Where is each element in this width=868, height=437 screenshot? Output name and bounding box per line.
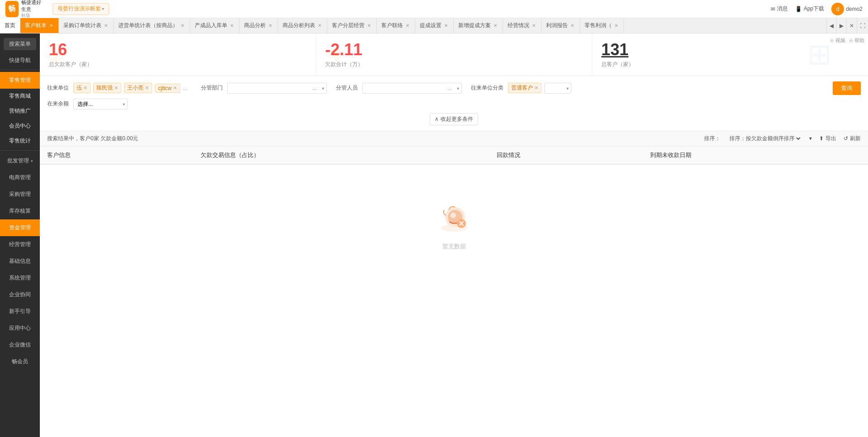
tab-product-analysis[interactable]: 商品分析 ✕ [240, 18, 278, 33]
workspace-selector[interactable]: 母婴行业演示帐套 ▾ [53, 3, 109, 15]
message-btn[interactable]: ✉ 消息 [771, 5, 788, 13]
sidebar-item-new-user-guide[interactable]: 新手引导 [0, 303, 40, 320]
logo-icon: 畅 [5, 1, 19, 17]
filter-tags-more[interactable]: ... [183, 85, 187, 91]
filter-tag-wang[interactable]: 王小亮 ✕ [124, 83, 152, 93]
query-button[interactable]: 查询 [833, 81, 861, 95]
stat-total-debt: ✦ -2.11 欠款合计（万） [316, 33, 592, 76]
tab-home[interactable]: 首页 [0, 18, 20, 33]
tab-close-icon[interactable]: ✕ [366, 23, 372, 28]
video-btn[interactable]: ⊙ 视频 [830, 37, 845, 44]
sidebar-item-system-mgmt[interactable]: 系统管理 [0, 270, 40, 286]
filter-tag-chen-text: 陈民强 [96, 84, 113, 92]
tab-production-in[interactable]: 产成品入库单 ✕ [190, 18, 240, 33]
sidebar-purchase-label: 采购管理 [9, 191, 31, 197]
app-download-label: App下载 [804, 5, 824, 13]
unit-class-tag-close[interactable]: ✕ [534, 85, 538, 91]
tab-purchase-order-stats[interactable]: 采购订单统计表 ✕ [59, 18, 114, 33]
collapse-btn[interactable]: ∧ 收起更多条件 [430, 113, 478, 125]
tab-customer-account-label: 客户账本 [25, 22, 47, 29]
sidebar-item-retail-mall[interactable]: 零售商城 [0, 89, 40, 104]
sort-select[interactable]: 排序：按欠款金额倒序排序 [728, 135, 802, 142]
sidebar-search-btn[interactable]: 搜索菜单 [4, 38, 36, 50]
sidebar-item-ops-mgmt[interactable]: 经营管理 [0, 236, 40, 253]
filter-tag-cjttcw-close[interactable]: ✕ [173, 85, 177, 91]
tab-close-icon[interactable]: ✕ [229, 23, 235, 28]
sort-arrow-icon: ▾ [809, 135, 812, 142]
filter-tag-chen[interactable]: 陈民强 ✕ [93, 83, 121, 93]
filter-tag-wu-close[interactable]: ✕ [83, 85, 87, 91]
filter-unit-class-label: 往来单位分类 [471, 84, 504, 92]
tab-promotion-settings[interactable]: 提成设置 ✕ [415, 18, 454, 33]
filter-tag-chen-close[interactable]: ✕ [114, 85, 118, 91]
filter-unit-class-select[interactable] [544, 83, 571, 94]
app-download-btn[interactable]: 📱 App下载 [795, 5, 824, 13]
tab-close-icon[interactable]: ✕ [48, 23, 54, 28]
tab-customer-account[interactable]: 客户账本 ✕ [20, 18, 59, 33]
tab-business-situation[interactable]: 经营情况 ✕ [503, 18, 542, 33]
stat-total-debtors: ¥ 16 总欠款客户（家） [40, 33, 316, 76]
empty-text: 暂无数据 [442, 242, 466, 251]
col-due-date: 到期未收款日期 [643, 147, 868, 164]
tab-expand-btn[interactable]: ⛶ [857, 18, 868, 33]
tab-customer-contact[interactable]: 客户联络 ✕ [377, 18, 415, 33]
tab-incoming-stats[interactable]: 进货单统计表（按商品） ✕ [114, 18, 190, 33]
export-btn[interactable]: ⬆ 导出 [819, 135, 836, 142]
sidebar-marketing-label: 营销推广 [9, 108, 31, 114]
tab-close-all-btn[interactable]: ✕ [846, 18, 857, 33]
sidebar-item-vip-member[interactable]: 畅会员 [0, 353, 40, 370]
sidebar-ecommerce-label: 电商管理 [9, 174, 31, 180]
filter-balance-select[interactable]: 选择... [73, 99, 128, 109]
tab-close-icon[interactable]: ✕ [493, 23, 498, 28]
filter-row-2: 在来余额 选择... [47, 99, 861, 109]
sidebar-item-member-center[interactable]: 会员中心 [0, 119, 40, 133]
refresh-btn[interactable]: ↺ 刷新 [844, 135, 861, 142]
tab-close-icon[interactable]: ✕ [103, 23, 109, 28]
export-icon: ⬆ [819, 135, 824, 142]
tab-close-icon[interactable]: ✕ [268, 23, 273, 28]
tab-next-btn[interactable]: ▶ [836, 18, 846, 33]
user-menu[interactable]: d demo2 [831, 3, 863, 15]
tab-close-icon[interactable]: ✕ [614, 23, 619, 28]
sidebar-quick-nav[interactable]: 快捷导航 [0, 53, 40, 68]
sidebar-item-app-center[interactable]: 应用中心 [0, 320, 40, 337]
sidebar-item-retail-stats[interactable]: 零售统计 [0, 133, 40, 148]
tab-profit-report[interactable]: 利润报告 ✕ [542, 18, 580, 33]
sidebar-item-wholesale-mgmt[interactable]: 批发管理 [0, 152, 40, 169]
sidebar-item-basic-info[interactable]: 基础信息 [0, 253, 40, 270]
filter-tag-wu[interactable]: 伍 ✕ [73, 83, 91, 93]
sidebar-divider2 [0, 150, 40, 151]
stat-number-2: -2.11 [325, 41, 583, 59]
tab-close-icon[interactable]: ✕ [317, 23, 322, 28]
logo-subtext: 标版 [21, 12, 45, 19]
sidebar-basic-label: 基础信息 [9, 258, 31, 264]
sidebar-retail-stats-label: 零售统计 [9, 138, 31, 144]
tab-close-icon[interactable]: ✕ [531, 23, 537, 28]
sidebar-item-inventory-check[interactable]: 库存核算 [0, 203, 40, 219]
help-btn[interactable]: ⊙ 帮助 [849, 37, 864, 44]
tab-customer-tier[interactable]: 客户分层经营 ✕ [327, 18, 377, 33]
tab-close-icon[interactable]: ✕ [443, 23, 449, 28]
filter-dept-input[interactable] [227, 83, 327, 94]
sidebar-item-ecommerce[interactable]: 电商管理 [0, 169, 40, 186]
tab-retail-profit[interactable]: 零售利润（ ✕ [580, 18, 624, 33]
sidebar-item-enterprise-collab[interactable]: 企业协同 [0, 286, 40, 303]
tab-close-icon[interactable]: ✕ [405, 23, 410, 28]
filter-tag-wang-close[interactable]: ✕ [145, 85, 149, 91]
sidebar-item-marketing[interactable]: 营销推广 [0, 104, 40, 119]
sidebar-item-purchase-mgmt[interactable]: 采购管理 [0, 186, 40, 203]
sidebar-wholesale-label: 批发管理 [7, 157, 29, 165]
tab-close-icon[interactable]: ✕ [180, 23, 185, 28]
filter-person-input[interactable] [362, 83, 462, 94]
sidebar-item-funds-mgmt[interactable]: 资金管理 [0, 219, 40, 236]
filter-balance-select-wrap: 选择... [73, 99, 128, 109]
tab-prev-btn[interactable]: ◀ [826, 18, 836, 33]
sidebar-item-enterprise-wechat[interactable]: 企业微信 [0, 337, 40, 353]
unit-class-tag-normal[interactable]: 普通客户 ✕ [508, 83, 542, 93]
sidebar-system-label: 系统管理 [9, 275, 31, 281]
tab-new-promotion-plan[interactable]: 新增提成方案 ✕ [454, 18, 503, 33]
filter-tag-cjttcw[interactable]: cjttcw ✕ [155, 84, 180, 93]
tab-product-analysis-list[interactable]: 商品分析列表 ✕ [278, 18, 327, 33]
sidebar-item-retail-mgmt[interactable]: 零售管理 [0, 72, 40, 89]
tab-close-icon[interactable]: ✕ [570, 23, 575, 28]
